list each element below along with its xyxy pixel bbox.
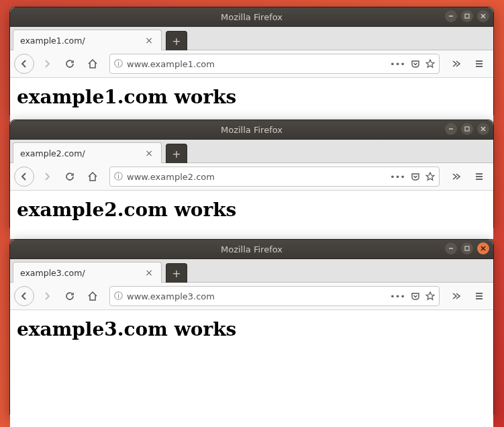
tab-strip: example2.com/ × + xyxy=(10,140,493,163)
minimize-button[interactable] xyxy=(445,242,457,254)
page-heading: example1.com works xyxy=(17,86,487,108)
toolbar: ⓘ www.example3.com ••• xyxy=(10,283,493,310)
tab-title: example1.com/ xyxy=(20,36,85,46)
home-button[interactable] xyxy=(83,167,103,187)
page-heading: example3.com works xyxy=(17,318,487,340)
window-controls xyxy=(445,123,489,135)
page-actions-icon[interactable]: ••• xyxy=(390,172,405,182)
tab-strip: example1.com/ × + xyxy=(10,27,493,50)
menu-button[interactable] xyxy=(469,167,489,187)
new-tab-button[interactable]: + xyxy=(166,144,187,163)
tab-strip: example3.com/ × + xyxy=(10,259,493,283)
forward-button[interactable] xyxy=(37,54,57,74)
reload-button[interactable] xyxy=(60,54,80,74)
titlebar[interactable]: Mozilla Firefox xyxy=(10,240,493,259)
svg-rect-1 xyxy=(465,14,469,18)
tab-close-icon[interactable]: × xyxy=(144,148,154,158)
page-actions-icon[interactable]: ••• xyxy=(390,59,405,69)
tab[interactable]: example2.com/ × xyxy=(13,142,162,163)
tab-close-icon[interactable]: × xyxy=(144,35,154,46)
url-text: www.example2.com xyxy=(127,172,386,182)
page-content: example2.com works xyxy=(10,191,493,239)
bookmark-star-icon[interactable] xyxy=(425,291,435,301)
browser-window: Mozilla Firefox example2.com/ × + ⓘ www.… xyxy=(9,120,494,228)
back-button[interactable] xyxy=(14,54,34,74)
window-title: Mozilla Firefox xyxy=(221,244,283,254)
browser-window: Mozilla Firefox example1.com/ × + ⓘ www.… xyxy=(9,7,494,115)
window-title: Mozilla Firefox xyxy=(221,125,283,135)
home-button[interactable] xyxy=(83,286,103,306)
menu-button[interactable] xyxy=(469,286,489,306)
site-info-icon[interactable]: ⓘ xyxy=(114,171,123,183)
pocket-icon[interactable] xyxy=(411,172,420,181)
tab[interactable]: example1.com/ × xyxy=(13,30,162,50)
page-heading: example2.com works xyxy=(17,199,487,221)
close-button[interactable] xyxy=(477,10,489,22)
toolbar: ⓘ www.example1.com ••• xyxy=(10,50,493,78)
maximize-button[interactable] xyxy=(461,10,473,22)
maximize-button[interactable] xyxy=(461,242,473,254)
url-bar[interactable]: ⓘ www.example2.com ••• xyxy=(109,167,440,187)
new-tab-button[interactable]: + xyxy=(166,263,187,283)
forward-button[interactable] xyxy=(37,167,57,187)
site-info-icon[interactable]: ⓘ xyxy=(114,290,123,302)
overflow-button[interactable] xyxy=(446,54,466,74)
forward-button[interactable] xyxy=(37,286,57,306)
toolbar: ⓘ www.example2.com ••• xyxy=(10,163,493,191)
bookmark-star-icon[interactable] xyxy=(425,59,435,68)
window-controls xyxy=(445,242,489,254)
tab[interactable]: example3.com/ × xyxy=(13,262,162,283)
url-bar[interactable]: ⓘ www.example3.com ••• xyxy=(109,286,440,306)
window-title: Mozilla Firefox xyxy=(221,12,283,22)
svg-rect-8 xyxy=(465,127,469,131)
back-button[interactable] xyxy=(14,286,34,306)
browser-window: Mozilla Firefox example3.com/ × + ⓘ www.… xyxy=(9,239,494,415)
close-button[interactable] xyxy=(477,242,489,254)
url-text: www.example1.com xyxy=(127,59,386,69)
minimize-button[interactable] xyxy=(445,123,457,135)
tab-close-icon[interactable]: × xyxy=(144,267,154,278)
reload-button[interactable] xyxy=(60,286,80,306)
minimize-button[interactable] xyxy=(445,10,457,22)
window-controls xyxy=(445,10,489,22)
svg-rect-15 xyxy=(465,246,469,250)
pocket-icon[interactable] xyxy=(411,59,420,68)
maximize-button[interactable] xyxy=(461,123,473,135)
tab-title: example3.com/ xyxy=(20,268,85,278)
page-content: example3.com works xyxy=(10,310,493,427)
site-info-icon[interactable]: ⓘ xyxy=(114,58,123,70)
url-text: www.example3.com xyxy=(127,291,386,301)
titlebar[interactable]: Mozilla Firefox xyxy=(10,120,493,140)
new-tab-button[interactable]: + xyxy=(166,31,187,50)
titlebar[interactable]: Mozilla Firefox xyxy=(10,7,493,27)
menu-button[interactable] xyxy=(469,54,489,74)
bookmark-star-icon[interactable] xyxy=(425,172,435,181)
page-actions-icon[interactable]: ••• xyxy=(390,291,405,301)
reload-button[interactable] xyxy=(60,167,80,187)
home-button[interactable] xyxy=(83,54,103,74)
url-bar[interactable]: ⓘ www.example1.com ••• xyxy=(109,54,440,74)
close-button[interactable] xyxy=(477,123,489,135)
back-button[interactable] xyxy=(14,167,34,187)
pocket-icon[interactable] xyxy=(411,291,420,301)
tab-title: example2.com/ xyxy=(20,148,85,158)
overflow-button[interactable] xyxy=(446,167,466,187)
overflow-button[interactable] xyxy=(446,286,466,306)
